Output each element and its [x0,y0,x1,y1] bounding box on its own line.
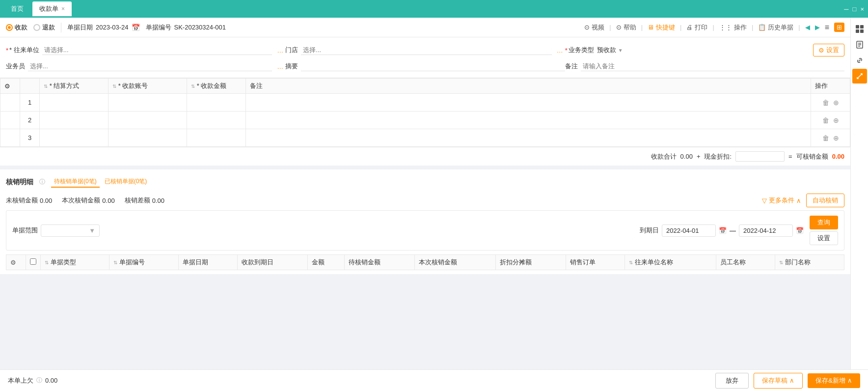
hexiao-settings-btn[interactable]: 设置 [810,231,838,245]
row3-amount[interactable] [187,129,246,147]
row1-jiesuan[interactable] [40,94,108,112]
history-btn[interactable]: 📋 历史单据 [758,23,793,32]
prev-value: 0.00 [45,377,57,384]
detail-col-type: ⇅ 单据类型 [41,255,109,270]
tab-close-icon[interactable]: × [61,5,65,12]
hexiao-right: ▽ 更多条件 ∧ 自动核销 [762,194,844,207]
delete-icon-2[interactable]: 🗑 [822,116,829,124]
detail-gear-icon[interactable]: ⚙ [10,259,16,266]
calendar-from-icon[interactable]: 📅 [719,227,727,234]
this-check-value: 0.00 [102,197,114,204]
save-draft-btn[interactable]: 保存草稿 ∧ [754,373,803,389]
copy-icon-1[interactable]: ⊕ [833,99,839,107]
prev-info-icon[interactable]: ⓘ [36,376,42,385]
divider1 [61,23,61,32]
more-conditions-btn[interactable]: ▽ 更多条件 ∧ [762,196,801,205]
xianjin-input[interactable] [735,151,785,162]
salesman-input[interactable] [28,61,272,71]
col-remark-header: 备注 [246,79,811,94]
salesman-more-icon[interactable]: … [275,63,285,70]
sidebar-icon-expand[interactable] [852,69,867,84]
abandon-btn[interactable]: 放弃 [715,373,749,389]
row1-account[interactable] [108,94,187,112]
hexiao-info-row: 未核销金额 0.00 本次核销金额 0.00 核销差额 0.00 ▽ 更多条件 … [6,191,844,210]
biz-star: * [565,47,568,54]
receipt-table: ⚙ ⇅ * 结算方式 ⇅ * 收款账号 ⇅ * 收款金额 [0,78,850,147]
counterpart-input[interactable] [42,45,272,55]
calendar-to-icon[interactable]: 📅 [796,227,804,234]
range-select[interactable]: ▼ [41,224,100,237]
remark-input[interactable] [581,61,844,71]
row3-account[interactable] [108,129,187,147]
delete-icon-3[interactable]: 🗑 [822,134,829,142]
calendar-icon[interactable]: 📅 [132,24,140,31]
tab-home[interactable]: 首页 [4,1,30,16]
unchecked-value: 0.00 [40,197,52,204]
grid-icon[interactable]: ⊞ [834,23,844,32]
radio-shoukuan[interactable]: 收款 [6,23,27,32]
row2-remark[interactable] [246,112,811,129]
hexiao-amount-value: 0.00 [832,153,844,160]
sidebar-icon-table[interactable] [852,22,867,36]
tab-shoukudan[interactable]: 收款单 × [32,1,72,16]
print-btn[interactable]: 🖨 打印 [686,23,707,32]
biz-type-select[interactable]: 预收款 ▼ [597,46,810,55]
save-new-btn[interactable]: 保存&新增 ∧ [808,373,860,388]
operation-btn[interactable]: ⋮⋮ 操作 [719,23,747,32]
row3-no: 3 [20,129,40,147]
toolbar: 收款 退款 单据日期 2023-03-24 📅 单据编号 SK-20230324… [0,18,850,37]
row1-remark[interactable] [246,94,811,112]
settings-btn[interactable]: ⚙ 设置 [813,44,844,56]
help-btn[interactable]: ⊙ 帮助 [616,23,636,32]
close-icon[interactable]: × [860,5,864,13]
date-range-field: 到期日 📅 — 📅 [640,224,804,237]
action-icons-3: 🗑 ⊕ [815,134,846,142]
auto-hexiao-btn[interactable]: 自动核销 [806,194,844,207]
list-icon[interactable]: ≡ [825,23,829,32]
action-icons-2: 🗑 ⊕ [815,116,846,124]
sidebar-icon-doc[interactable] [852,37,867,52]
counterpart-more-icon[interactable]: … [275,47,285,54]
detail-table: ⚙ ⇅ 单据类型 ⇅ 单据编号 单据日期 [6,254,844,270]
copy-icon-2[interactable]: ⊕ [833,116,839,124]
row2-jiesuan[interactable] [40,112,108,129]
query-buttons: 查询 设置 [810,216,838,245]
radio-tuikuan[interactable]: 退款 [33,23,55,32]
copy-icon-3[interactable]: ⊕ [833,134,839,142]
detail-col-settings[interactable]: ⚙ [6,255,26,270]
range-field: 单据范围 ▼ [12,224,634,237]
row3-jiesuan[interactable] [40,129,108,147]
query-btn[interactable]: 查询 [810,216,838,229]
row1-amount[interactable] [187,94,246,112]
hexiao-tab-pending[interactable]: 待核销单据(0笔) [51,176,100,188]
row2-amount[interactable] [187,112,246,129]
select-all-checkbox[interactable] [30,258,36,265]
row2-account[interactable] [108,112,187,129]
store-input[interactable] [301,45,551,55]
shortcut-btn[interactable]: 🖥 快捷键 [648,23,675,32]
col-settings-header[interactable]: ⚙ [0,79,20,94]
delete-icon-1[interactable]: 🗑 [822,99,829,107]
gear-icon: ⚙ [818,47,824,54]
date-from-input[interactable] [662,224,716,237]
date-to-input[interactable] [739,224,793,237]
hexiao-info-icon[interactable]: ⓘ [39,178,45,186]
counterpart-star: * [6,47,8,54]
hexiao-tab-done[interactable]: 已核销单据(0笔) [102,176,150,188]
arrow-left-icon[interactable]: ◀ [805,24,810,31]
radio-dot-tuikuan [33,24,40,31]
maximize-icon[interactable]: □ [853,5,857,13]
col-account-header: ⇅ * 收款账号 [108,79,187,94]
video-btn[interactable]: ⊙ 视频 [584,23,604,32]
row3-remark[interactable] [246,129,811,147]
bottom-left: 本单上欠 ⓘ 0.00 [8,376,57,385]
summary-label: 摘要 [285,62,298,71]
prev-label: 本单上欠 [8,376,33,385]
summary-input[interactable] [301,61,565,71]
arrow-right-icon[interactable]: ▶ [815,24,820,31]
sidebar-icon-link[interactable] [852,53,867,68]
equal-sign: = [788,153,792,160]
unchecked-field: 未核销金额 0.00 [6,196,52,205]
store-more-icon[interactable]: … [555,47,565,54]
minimize-icon[interactable]: ─ [844,5,848,13]
